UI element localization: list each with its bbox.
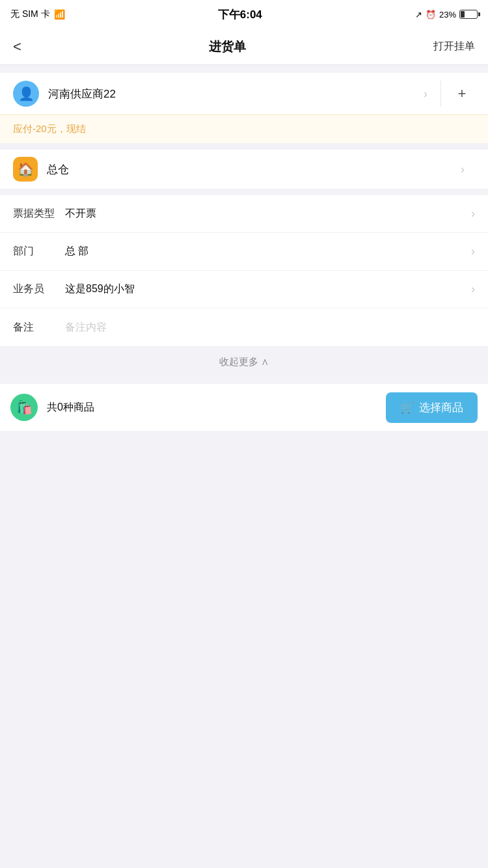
status-bar: 无 SIM 卡 📶 下午6:04 ↗ ⏰ 23%: [0, 0, 488, 29]
form-row-department[interactable]: 部门 总 部 ›: [0, 233, 488, 271]
carrier-label: 无 SIM 卡: [10, 8, 50, 20]
collapse-toggle[interactable]: 收起更多 ∧: [0, 347, 488, 377]
warehouse-icon: 🏠: [13, 157, 38, 182]
supplier-divider: [441, 81, 441, 107]
product-count: 共0种商品: [47, 401, 386, 414]
status-time: 下午6:04: [218, 7, 262, 22]
invoice-value: 不开票: [65, 207, 471, 221]
department-chevron-icon: ›: [471, 245, 475, 258]
select-product-icon: 🛒: [400, 401, 414, 414]
select-product-button[interactable]: 🛒 选择商品: [386, 392, 478, 423]
invoice-label: 票据类型: [13, 207, 65, 221]
add-icon: +: [458, 85, 467, 102]
product-bag-icon: 🛍️: [16, 400, 33, 415]
page-background: [0, 431, 488, 626]
bottom-bar: 🛍️ 共0种商品 🛒 选择商品: [0, 384, 488, 431]
alarm-icon: ⏰: [426, 10, 436, 20]
supplier-name: 河南供应商22: [48, 87, 424, 102]
supplier-row[interactable]: 👤 河南供应商22 › +: [0, 73, 488, 115]
warehouse-name: 总仓: [47, 162, 461, 177]
avatar-icon: 👤: [18, 86, 34, 102]
alert-text: 应付-20元，现结: [13, 123, 86, 134]
alert-row: 应付-20元，现结: [0, 115, 488, 143]
supplier-chevron-icon: ›: [424, 87, 427, 101]
invoice-chevron-icon: ›: [471, 207, 475, 221]
salesperson-value: 这是859的小智: [65, 282, 471, 296]
form-row-invoice[interactable]: 票据类型 不开票 ›: [0, 195, 488, 233]
salesperson-chevron-icon: ›: [471, 282, 475, 296]
battery-icon: [459, 10, 478, 19]
collapse-label: 收起更多 ∧: [219, 356, 269, 367]
section-gap-top: [0, 65, 488, 73]
supplier-add-button[interactable]: +: [449, 81, 475, 107]
salesperson-label: 业务员: [13, 282, 65, 296]
form-row-remark[interactable]: 备注 备注内容: [0, 308, 488, 346]
warehouse-row[interactable]: 🏠 总仓 ›: [0, 150, 488, 189]
supplier-avatar: 👤: [13, 81, 39, 107]
department-value: 总 部: [65, 245, 471, 258]
select-product-label: 选择商品: [419, 400, 463, 415]
battery-percentage: 23%: [439, 10, 456, 20]
form-row-salesperson[interactable]: 业务员 这是859的小智 ›: [0, 271, 488, 308]
remark-input[interactable]: 备注内容: [65, 321, 475, 334]
supplier-card: 👤 河南供应商22 › + 应付-20元，现结: [0, 73, 488, 143]
warehouse-chevron-icon: ›: [461, 163, 465, 176]
product-icon-wrap: 🛍️: [10, 394, 38, 421]
department-label: 部门: [13, 245, 65, 258]
nav-bar: < 进货单 打开挂单: [0, 29, 488, 65]
status-left: 无 SIM 卡 📶: [10, 8, 65, 20]
wifi-icon: 📶: [54, 9, 65, 20]
open-pending-button[interactable]: 打开挂单: [433, 40, 475, 53]
back-button[interactable]: <: [13, 38, 21, 55]
location-icon: ↗: [415, 10, 422, 20]
form-section: 票据类型 不开票 › 部门 总 部 › 业务员 这是859的小智 › 备注 备注…: [0, 195, 488, 346]
page-title: 进货单: [209, 38, 246, 55]
remark-label: 备注: [13, 321, 65, 334]
status-right: ↗ ⏰ 23%: [415, 10, 478, 20]
